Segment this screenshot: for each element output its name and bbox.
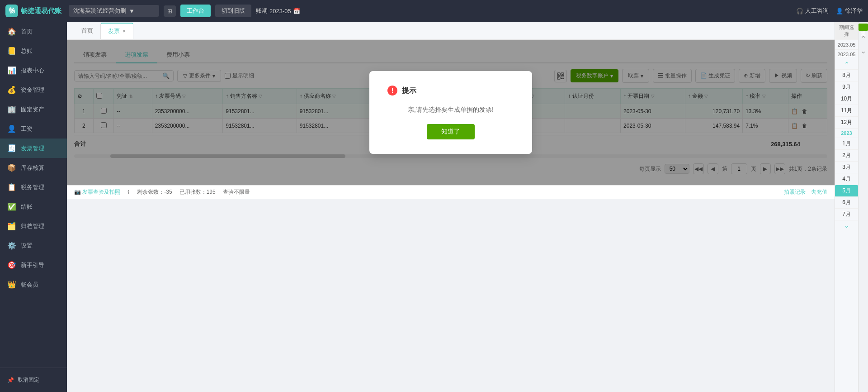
modal-overlay: ! 提示 亲,请先选择要生成单据的发票! 知道了 [67, 40, 835, 185]
app-logo: 畅 畅捷通易代账 [5, 5, 64, 17]
tax-icon: 📋 [7, 183, 16, 191]
cancel-fixed-label: 取消固定 [18, 376, 39, 384]
app-logo-text: 畅捷通易代账 [21, 7, 61, 15]
calendar-icon[interactable]: 📅 [293, 8, 300, 14]
period-month-9[interactable]: 9月 [835, 81, 858, 93]
right-panels: 期间选择 2023.05 2023.05 ⌃ 8月 9月 10月 11月 12月… [835, 22, 868, 392]
period-month-6[interactable]: 6月 [835, 197, 858, 209]
assets-icon: 🏢 [7, 105, 16, 114]
reports-icon: 📊 [7, 66, 16, 75]
period-nav-up[interactable]: ⌃ [835, 59, 858, 70]
period-month-5-active[interactable]: 5月 [835, 185, 858, 197]
period-month-2[interactable]: 2月 [835, 150, 858, 162]
period-month-11[interactable]: 11月 [835, 105, 858, 117]
sidebar-item-label: 发票管理 [21, 144, 44, 153]
sidebar-item-label: 库存核算 [21, 164, 44, 172]
top-bar: 畅 畅捷通易代账 沈海英测试经营勿删 ▼ ⊞ 工作台 切到旧版 账期 2023-… [0, 0, 868, 22]
sidebar-item-home[interactable]: 🏠 首页 [0, 22, 67, 41]
period-month-3[interactable]: 3月 [835, 162, 858, 173]
settle-icon: ✅ [7, 202, 16, 211]
tab-close-icon[interactable]: × [123, 28, 126, 34]
sidebar-item-ledger[interactable]: 📒 总账 [0, 41, 67, 61]
period-panel: 期间选择 2023.05 2023.05 ⌃ 8月 9月 10月 11月 12月… [835, 22, 858, 392]
guide-icon: 🎯 [7, 261, 16, 269]
sidebar-item-label: 工资 [21, 125, 33, 133]
sidebar-item-label: 报表中心 [21, 67, 44, 75]
tab-home[interactable]: 首页 [74, 23, 100, 38]
expand-up-icon[interactable]: ⌃ [859, 33, 868, 45]
tab-invoice-label: 发票 [108, 27, 120, 35]
switch-version-button[interactable]: 切到旧版 [215, 5, 251, 17]
period-header: 期间选择 [835, 22, 858, 40]
content-with-scroll: 首页 发票 × 销项发票 进项发票 [67, 22, 868, 392]
invoice-check-link[interactable]: 📷 发票查验及拍照 [74, 188, 120, 196]
sidebar-item-settings[interactable]: ⚙️ 设置 [0, 236, 67, 255]
modal-title-row: ! 提示 [387, 86, 416, 96]
ledger-icon: 📒 [7, 47, 16, 55]
sidebar-item-label: 固定资产 [21, 105, 44, 114]
app-container: 畅 畅捷通易代账 沈海英测试经营勿删 ▼ ⊞ 工作台 切到旧版 账期 2023-… [0, 0, 868, 392]
modal-box: ! 提示 亲,请先选择要生成单据的发票! 知道了 [369, 71, 532, 153]
bottom-right: 拍照记录 去充值 [784, 188, 827, 196]
period-nav-down[interactable]: ⌄ [835, 220, 858, 230]
sidebar-item-tax[interactable]: 📋 税务管理 [0, 177, 67, 197]
sidebar: 🏠 首页 📒 总账 📊 报表中心 💰 资金管理 🏢 固定资产 👤 工资 [0, 22, 67, 392]
photo-record-link[interactable]: 拍照记录 [784, 188, 806, 196]
topbar-right: 🎧 人工咨询 👤 徐泽华 [796, 7, 863, 15]
regular-button[interactable]: 常规 [859, 24, 868, 31]
tab-home-label: 首页 [81, 27, 93, 35]
inventory-icon: 📦 [7, 163, 16, 172]
sidebar-item-settle[interactable]: ✅ 结账 [0, 197, 67, 216]
sidebar-item-label: 归档管理 [21, 222, 44, 230]
sidebar-bottom: 📌 取消固定 [0, 368, 67, 392]
support-button[interactable]: 🎧 人工咨询 [796, 7, 829, 15]
period-month-4[interactable]: 4月 [835, 173, 858, 185]
company-selector[interactable]: 沈海英测试经营勿删 ▼ [69, 5, 159, 17]
expand-down-icon[interactable]: ⌄ [859, 45, 868, 57]
sidebar-item-guide[interactable]: 🎯 新手引导 [0, 255, 67, 275]
sidebar-item-member[interactable]: 👑 畅会员 [0, 275, 67, 294]
sidebar-item-label: 结账 [21, 203, 33, 211]
sidebar-item-label: 资金管理 [21, 86, 44, 94]
period-month-1[interactable]: 1月 [835, 138, 858, 150]
sidebar-item-capital[interactable]: 💰 资金管理 [0, 80, 67, 100]
user-profile[interactable]: 👤 徐泽华 [836, 7, 863, 15]
sidebar-item-label: 新手引导 [21, 261, 44, 269]
sidebar-item-label: 首页 [21, 28, 33, 36]
bottom-left: 📷 发票查验及拍照 ℹ 剩余张数：-35 已用张数：195 查验不限量 [74, 188, 250, 196]
cancel-fixed-button[interactable]: 📌 取消固定 [0, 373, 67, 387]
period-month-8[interactable]: 8月 [835, 70, 858, 81]
sidebar-item-assets[interactable]: 🏢 固定资产 [0, 100, 67, 119]
copy-button[interactable]: ⊞ [164, 5, 176, 17]
modal-confirm-button[interactable]: 知道了 [427, 124, 475, 139]
member-icon: 👑 [7, 280, 16, 289]
check-label: 发票查验及拍照 [82, 189, 120, 195]
sidebar-item-reports[interactable]: 📊 报表中心 [0, 61, 67, 80]
tab-invoice[interactable]: 发票 × [100, 23, 133, 39]
period-month-12[interactable]: 12月 [835, 117, 858, 129]
company-dropdown-icon: ▼ [129, 8, 135, 14]
sidebar-item-archive[interactable]: 🗂️ 归档管理 [0, 216, 67, 236]
support-label: 人工咨询 [805, 7, 829, 15]
period-year-2023-05-2: 2023.05 [835, 50, 858, 59]
capital-icon: 💰 [7, 86, 16, 94]
info-icon[interactable]: ℹ [127, 189, 130, 196]
period-year-2023: 2023 [835, 129, 858, 138]
used-label: 已用张数：195 [179, 188, 216, 196]
sidebar-item-label: 税务管理 [21, 183, 44, 191]
recharge-link[interactable]: 去充值 [811, 188, 827, 196]
sidebar-item-salary[interactable]: 👤 工资 [0, 119, 67, 139]
workspace-button[interactable]: 工作台 [180, 5, 211, 17]
period-month-7[interactable]: 7月 [835, 209, 858, 220]
sidebar-item-label: 设置 [21, 242, 33, 250]
salary-icon: 👤 [7, 124, 16, 133]
main-area: 🏠 首页 📒 总账 📊 报表中心 💰 资金管理 🏢 固定资产 👤 工资 [0, 22, 868, 392]
home-icon: 🏠 [7, 27, 16, 36]
period-value: 2023-05 [269, 8, 291, 14]
period-month-10[interactable]: 10月 [835, 93, 858, 105]
sidebar-item-invoice[interactable]: 🧾 发票管理 [0, 139, 67, 158]
sidebar-item-inventory[interactable]: 📦 库存核算 [0, 158, 67, 177]
app-logo-icon: 畅 [5, 5, 18, 17]
company-name: 沈海英测试经营勿删 [73, 7, 126, 15]
user-name: 徐泽华 [845, 7, 863, 15]
